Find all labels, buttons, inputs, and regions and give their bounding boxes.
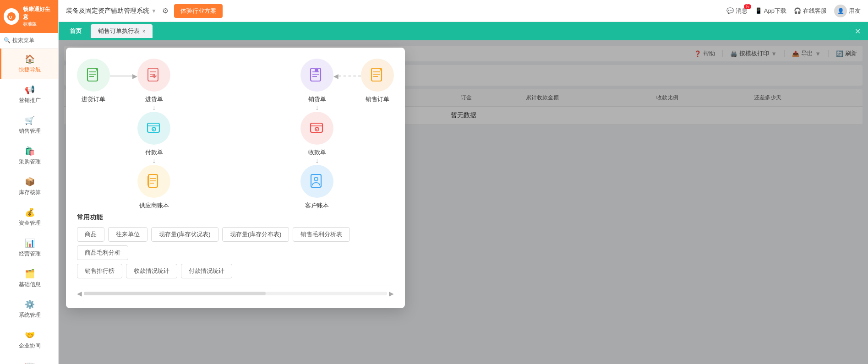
sidebar-item-sales[interactable]: 🛒 销售管理 [0, 110, 58, 141]
sales-icon: 🛒 [25, 115, 35, 125]
scroll-track[interactable] [84, 292, 387, 295]
receipt-bill-circle: ¥ [300, 112, 333, 145]
purchase-order-circle [77, 59, 110, 92]
topbar-right: 💬 消息 5 📱 App下载 🎧 在线客服 👤 用友 [726, 5, 861, 17]
customer-ledger-circle [300, 165, 333, 198]
btn-stock-dist[interactable]: 现存量(库存分布表) [222, 227, 289, 242]
flow-purchase-bill[interactable]: 进货单 [137, 59, 170, 103]
system-icon: ⚙️ [25, 299, 35, 310]
settings-icon[interactable]: ⚙ [162, 6, 169, 15]
search-label: 搜索菜单 [12, 37, 34, 44]
logo-icon: U [4, 8, 19, 25]
user-area[interactable]: 👤 用友 [834, 5, 861, 17]
tab-bar: 首页 销售订单执行表 × ✕ [59, 22, 868, 40]
sidebar-item-finance[interactable]: 💰 资金管理 [0, 202, 58, 233]
arrow-down-receipt: ↓ [300, 157, 333, 165]
svg-text:¥: ¥ [315, 127, 318, 131]
sidebar-item-label: 库存核算 [19, 189, 41, 196]
marketing-icon: 📢 [25, 85, 35, 95]
common-functions-section: 常用功能 商品 往来单位 现存量(库存状况表) 现存量(库存分布表) 销售毛利分… [77, 213, 394, 278]
sidebar-logo: U 畅康通好生意 标准版 [0, 0, 58, 33]
arrow-down-purchase: ↓ [137, 103, 170, 112]
sidebar-item-system[interactable]: ⚙️ 系统管理 [0, 294, 58, 325]
btn-sales-gross[interactable]: 销售毛利分析表 [293, 227, 350, 242]
common-btns-row2: 销售排行榜 收款情况统计 付款情况统计 [77, 264, 394, 278]
popup-card: 进货订单 ▶ 进 [66, 48, 405, 308]
system-title: 装备及固定资产辅助管理系统 [66, 7, 149, 15]
sidebar-item-inventory[interactable]: 📦 库存核算 [0, 171, 58, 202]
popup-scrollbar: ◀ ▶ [77, 286, 394, 297]
purchase-bill-label: 进货单 [145, 95, 163, 103]
flow-row4-space3 [333, 157, 361, 165]
overlay[interactable]: 进货订单 ▶ 进 [59, 40, 868, 364]
flow-sales-bill[interactable]: 销货单 [300, 59, 333, 103]
flow-row4-spacer [170, 157, 300, 165]
sidebar-item-label: 企业协同 [19, 342, 41, 350]
flow-row-2-arrows: ↓ ↓ [77, 103, 394, 112]
scroll-thumb [84, 292, 266, 295]
tab-home[interactable]: 首页 [62, 24, 89, 38]
sidebar-item-guide[interactable]: 📖 新手引导 [0, 355, 58, 364]
sidebar-item-enterprise[interactable]: 🤝 企业协同 [0, 325, 58, 355]
tab-sales-order[interactable]: 销售订单执行表 × [91, 24, 153, 38]
sidebar-item-basic-info[interactable]: 🗂️ 基础信息 [0, 263, 58, 294]
sales-bill-circle [300, 59, 333, 92]
logo-sub: 标准版 [23, 21, 55, 27]
online-service-btn[interactable]: 🎧 在线客服 [794, 7, 827, 15]
sidebar-search[interactable]: 🔍 搜索菜单 [0, 33, 58, 49]
btn-counterparty[interactable]: 往来单位 [108, 227, 147, 242]
scroll-right-btn[interactable]: ▶ [389, 290, 394, 297]
svg-rect-14 [315, 69, 318, 71]
receipt-bill-label: 收款单 [308, 148, 326, 157]
arrow-sales-order-to-bill: ◀ [333, 72, 361, 80]
btn-receipt-stats[interactable]: 收款情况统计 [126, 264, 177, 278]
sidebar-item-label: 资金管理 [19, 219, 41, 227]
message-badge: 5 [744, 4, 751, 9]
tab-bar-close-btn[interactable]: ✕ [851, 25, 864, 38]
system-dropdown-icon[interactable]: ▼ [151, 8, 157, 14]
sidebar-item-operations[interactable]: 📊 经营管理 [0, 233, 58, 263]
tab-close-icon[interactable]: × [142, 29, 145, 34]
flow-sales-order[interactable]: 销售订单 [361, 59, 394, 103]
svg-rect-6 [148, 68, 158, 81]
experience-btn[interactable]: 体验行业方案 [174, 4, 223, 18]
purchase-icon: 🛍️ [25, 146, 35, 156]
flow-supplier-ledger[interactable]: 供应商账本 [137, 165, 170, 210]
purchase-bill-circle [137, 59, 170, 92]
flow-customer-ledger[interactable]: 客户账本 [300, 165, 333, 210]
sidebar-item-quick-nav[interactable]: 🏠 快捷导航 [0, 49, 58, 79]
btn-payment-stats[interactable]: 付款情况统计 [181, 264, 232, 278]
flow-row-4-arrows: ↓ ↓ [77, 157, 394, 165]
btn-product[interactable]: 商品 [77, 227, 104, 242]
flow-purchase-order[interactable]: 进货订单 [77, 59, 110, 103]
flow-receipt-bill[interactable]: ¥ 收款单 [300, 112, 333, 157]
btn-stock-status[interactable]: 现存量(库存状况表) [151, 227, 218, 242]
sidebar-item-label: 营销推广 [19, 97, 41, 104]
main-content: 装备及固定资产辅助管理系统 ▼ ⚙ 体验行业方案 💬 消息 5 📱 App下载 … [59, 0, 868, 364]
sidebar-item-label: 销售管理 [19, 127, 41, 135]
basic-info-icon: 🗂️ [25, 269, 35, 279]
arrow-down-sales: ↓ [300, 103, 333, 112]
sidebar-item-purchase[interactable]: 🛍️ 采购管理 [0, 141, 58, 171]
search-icon: 🔍 [4, 37, 11, 43]
customer-ledger-label: 客户账本 [305, 201, 329, 210]
app-download-btn[interactable]: 📱 App下载 [755, 7, 786, 15]
btn-product-gross[interactable]: 商品毛利分析 [77, 245, 128, 260]
sidebar-item-label: 基础信息 [19, 281, 41, 288]
flow-row-5: 供应商账本 客户账本 [77, 165, 394, 210]
app-download-label: App下载 [764, 7, 786, 15]
flow-payment-bill[interactable]: ¥ 付款单 [137, 112, 170, 157]
message-btn[interactable]: 💬 消息 5 [726, 7, 748, 15]
flow-row2-spacer [170, 103, 300, 112]
flow-row4-space2 [110, 157, 137, 165]
btn-sales-rank[interactable]: 销售排行榜 [77, 264, 122, 278]
scroll-left-btn[interactable]: ◀ [77, 290, 82, 297]
arrow-down-payment: ↓ [137, 157, 170, 165]
flow-row-1: 进货订单 ▶ 进 [77, 59, 394, 103]
purchase-order-label: 进货订单 [82, 95, 105, 103]
common-functions-title: 常用功能 [77, 213, 394, 222]
sidebar-item-marketing[interactable]: 📢 营销推广 [0, 79, 58, 110]
sidebar: U 畅康通好生意 标准版 🔍 搜索菜单 🏠 快捷导航 📢 营销推广 🛒 销售管理 [0, 0, 59, 364]
tab-sales-label: 销售订单执行表 [98, 27, 140, 35]
tab-home-label: 首页 [70, 27, 82, 35]
